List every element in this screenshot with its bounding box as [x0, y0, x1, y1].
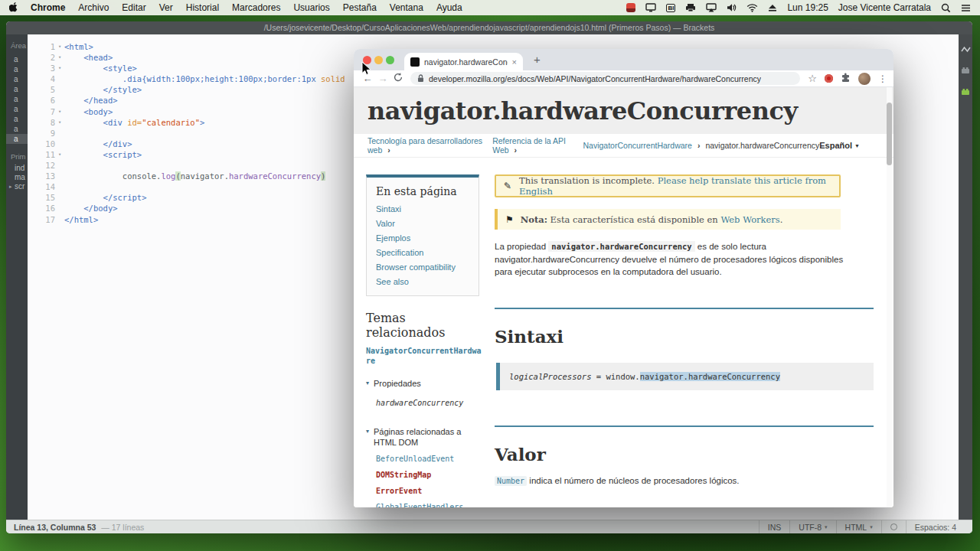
lint-status[interactable]: [881, 520, 906, 533]
extensions-puzzle-icon[interactable]: [841, 72, 851, 86]
fold-arrow-icon[interactable]: ▾: [55, 41, 64, 52]
menubar-user[interactable]: Jose Vicente Carratala: [838, 2, 931, 13]
fold-arrow-icon[interactable]: ▾: [55, 117, 64, 128]
code-token: log: [161, 171, 175, 181]
related-link[interactable]: DOMStringMap: [366, 470, 484, 480]
project-item[interactable]: ▸scr: [6, 182, 28, 191]
web-workers-link[interactable]: Web Workers: [720, 214, 779, 225]
pencil-icon: ✎: [504, 181, 511, 191]
brackets-titlebar[interactable]: /Users/josevicente/Desktop/CursoAplicaci…: [6, 21, 972, 34]
menu-item[interactable]: Editar: [122, 2, 145, 13]
breadcrumb-link[interactable]: NavigatorConcurrentHardware: [583, 141, 692, 150]
adblock-extension-icon[interactable]: [825, 74, 833, 83]
new-tab-button[interactable]: +: [534, 53, 541, 66]
file-item[interactable]: a: [6, 114, 28, 124]
toc-link[interactable]: Ejemplos: [376, 233, 469, 243]
chrome-menu-icon[interactable]: ⋮: [878, 73, 887, 84]
display-icon[interactable]: [645, 3, 656, 12]
insert-mode-indicator[interactable]: INS: [759, 520, 790, 533]
notification-center-icon[interactable]: [961, 4, 971, 12]
fold-arrow-icon[interactable]: ▾: [55, 149, 64, 160]
related-link[interactable]: BeforeUnloadEvent: [366, 454, 484, 464]
toc-link[interactable]: See also: [376, 277, 469, 286]
project-item[interactable]: ▸ma: [6, 173, 28, 182]
toc-link[interactable]: Browser compatibility: [376, 262, 469, 272]
eject-icon[interactable]: [768, 4, 777, 12]
page-scrollbar[interactable]: [887, 87, 892, 507]
fold-arrow-icon[interactable]: ▾: [55, 52, 64, 63]
menu-item[interactable]: Pestaña: [343, 2, 377, 13]
menubar-clock[interactable]: Lun 19:25: [787, 2, 828, 13]
toc-link[interactable]: Valor: [376, 219, 469, 228]
breadcrumb-link[interactable]: navigator.hardwareConcurrency: [705, 141, 819, 150]
fold-arrow-icon[interactable]: ▾: [55, 63, 64, 73]
menu-item[interactable]: Chrome: [31, 2, 65, 13]
file-item[interactable]: a: [6, 134, 28, 144]
forward-button[interactable]: →: [375, 73, 390, 84]
menu-item[interactable]: Usuarios: [293, 2, 329, 13]
zoom-window-button[interactable]: [386, 56, 394, 64]
file-item[interactable]: a: [6, 124, 28, 134]
minimize-window-button[interactable]: [374, 56, 383, 64]
notice-text: This translation is incomplete.: [519, 175, 655, 186]
toc-link[interactable]: Sintaxi: [376, 204, 469, 214]
encoding-selector[interactable]: UTF-8▾: [789, 520, 835, 533]
line-number: 2: [28, 52, 55, 63]
breadcrumb-link[interactable]: Tecnología para desarrolladores web: [368, 136, 482, 155]
volume-icon[interactable]: [727, 3, 737, 12]
code-token: </body>: [64, 204, 118, 213]
indent-setting[interactable]: Espacios: 4: [906, 520, 965, 533]
line-number: 12: [28, 160, 55, 171]
toc-link[interactable]: Specification: [376, 248, 469, 257]
file-item[interactable]: a: [6, 64, 28, 74]
scrollbar-thumb[interactable]: [887, 103, 892, 165]
live-preview-icon[interactable]: [961, 42, 971, 56]
red-app-icon[interactable]: [626, 3, 635, 12]
wifi-icon[interactable]: [746, 3, 758, 12]
printer-icon[interactable]: [685, 3, 696, 12]
spotlight-search-icon[interactable]: [941, 3, 951, 13]
language-selector[interactable]: Español▼: [819, 141, 893, 150]
extension-installed-icon[interactable]: [961, 85, 970, 99]
browser-tab[interactable]: navigator.hardwareConcurrenc ×: [404, 53, 523, 70]
related-group-header[interactable]: ▾Páginas relacionadas a HTML DOM: [366, 426, 484, 448]
related-link[interactable]: hardwareConcurrency: [366, 398, 484, 408]
code-token: hardwareConcurrency: [229, 171, 321, 181]
article-main: ✎ This translation is incomplete. Please…: [495, 158, 874, 507]
code-text: <body>: [64, 106, 113, 117]
menu-item[interactable]: Archivo: [78, 2, 109, 13]
breadcrumb-link[interactable]: Referencia de la API Web: [492, 136, 566, 155]
apple-menu-icon[interactable]: [9, 2, 18, 15]
line-number: 4: [28, 73, 55, 84]
file-item[interactable]: a: [6, 74, 28, 84]
related-link[interactable]: GlobalEventHandlers: [366, 502, 484, 507]
airplay-icon[interactable]: [706, 3, 717, 12]
address-bar[interactable]: developer.mozilla.org/es/docs/Web/API/Na…: [410, 72, 800, 85]
bookmark-star-icon[interactable]: ☆: [808, 73, 817, 84]
value-paragraph: Number indica el número de núcleos de pr…: [495, 476, 740, 485]
macos-menubar: ChromeArchivoEditarVerHistorialMarcadore…: [0, 0, 980, 15]
boot-camp-icon[interactable]: BI: [666, 4, 675, 12]
extension-manager-icon[interactable]: [961, 64, 970, 77]
related-link[interactable]: ErrorEvent: [366, 486, 484, 496]
menu-item[interactable]: Ver: [159, 2, 173, 13]
translation-notice-text: This translation is incomplete. Please h…: [519, 175, 831, 197]
related-group-header[interactable]: ▾Propiedades: [366, 378, 484, 389]
breadcrumb-separator-icon: ›: [697, 141, 701, 150]
menu-item[interactable]: Ventana: [390, 2, 423, 13]
language-mode-selector[interactable]: HTML▾: [836, 520, 881, 533]
related-main-link[interactable]: NavigatorConcurrentHardware: [366, 346, 484, 366]
menu-item[interactable]: Marcadores: [232, 2, 280, 13]
menu-item[interactable]: Ayuda: [436, 2, 462, 13]
file-item[interactable]: a: [6, 54, 28, 64]
reload-button[interactable]: [390, 73, 406, 84]
file-item[interactable]: a: [6, 104, 28, 114]
profile-avatar[interactable]: [858, 73, 871, 85]
file-item[interactable]: a: [6, 94, 28, 104]
number-type-link[interactable]: Number: [495, 476, 527, 486]
fold-arrow-icon[interactable]: ▾: [55, 106, 64, 117]
project-item[interactable]: ▸ind: [6, 164, 28, 173]
menu-item[interactable]: Historial: [186, 2, 219, 13]
tab-close-icon[interactable]: ×: [512, 57, 517, 67]
file-item[interactable]: a: [6, 84, 28, 94]
